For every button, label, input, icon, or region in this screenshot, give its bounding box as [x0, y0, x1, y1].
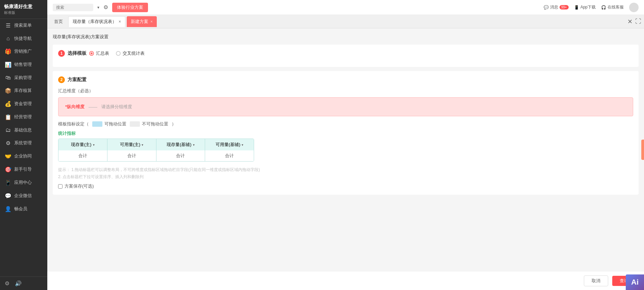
col-header-3[interactable]: 可用量(基辅) ▾	[205, 139, 254, 150]
not-draggable-legend: 不可拖动位置	[130, 121, 168, 127]
col-body-3: 合计	[205, 150, 254, 161]
ai-badge[interactable]: Ai	[626, 274, 644, 290]
sidebar-item-label: 搜索菜单	[14, 22, 32, 28]
col-header-0[interactable]: 现存量(主) ▾	[58, 139, 107, 150]
user-avatar[interactable]	[629, 3, 639, 12]
radio-summary[interactable]: 汇总表	[89, 50, 109, 56]
app-download-item[interactable]: 📱 App下载	[574, 4, 596, 10]
save-checkbox[interactable]	[58, 184, 63, 189]
stats-table-body: 合计 合计 合计 合计	[58, 150, 254, 161]
sidebar-item-sales[interactable]: 📊 销售管理	[0, 58, 47, 71]
dimension-separator: ——	[89, 104, 97, 110]
metric-settings-label: 模板指标设定（	[58, 121, 89, 127]
col-label-0: 现存量(主)	[71, 142, 92, 148]
tab-new-plan[interactable]: 新建方案 ×	[127, 16, 157, 27]
phone-icon: 📱	[5, 179, 11, 186]
template-options: 汇总表 交叉统计表	[89, 50, 145, 56]
sidebar-item-newbie[interactable]: 🎯 新手引导	[0, 163, 47, 176]
tab-close-all-icon[interactable]: ✕	[627, 18, 633, 25]
sidebar-footer: ⚙ 🔊	[0, 276, 47, 290]
draggable-label: 可拖动位置	[104, 121, 126, 127]
sidebar-item-finance[interactable]: 💰 资金管理	[0, 97, 47, 111]
sidebar-item-label: 库存核算	[14, 88, 32, 94]
sidebar: 畅康通好生意 标准版 ☰ 搜索菜单 ⌂ 快捷导航 🎁 营销推广 📊 销售管理 🛍…	[0, 0, 47, 290]
sidebar-scroll: ☰ 搜索菜单 ⌂ 快捷导航 🎁 营销推广 📊 销售管理 🛍 采购管理 📦 库存核…	[0, 19, 47, 276]
draggable-legend: 可拖动位置	[92, 121, 126, 127]
step2-section: 2 方案配置 汇总维度（必选） *纵向维度 —— 请选择分组维度 模板指标设定（…	[53, 71, 639, 195]
tab-inventory-status[interactable]: 现存量（库存状况表） ×	[68, 16, 125, 27]
metric-settings-suffix: ）	[172, 121, 176, 127]
online-service-label: 在线客服	[608, 4, 624, 10]
message-icon: 💬	[544, 5, 549, 10]
industry-plan-button[interactable]: 体验行业方案	[112, 3, 148, 12]
step2-title: 方案配置	[68, 77, 86, 83]
sidebar-item-operations[interactable]: 📋 经营管理	[0, 111, 47, 124]
folder-icon: 🗂	[5, 127, 11, 133]
page-title: 现存量(库存状况表)方案设置	[53, 34, 639, 40]
dropdown-arrow[interactable]: ▾	[97, 5, 99, 10]
stats-table-header: 现存量(主) ▾ 可用量(主) ▾ 现存量(基辅) ▾ 可用量(基辅)	[58, 139, 254, 150]
chart-icon: 📊	[5, 62, 11, 68]
col-sub-2: 合计	[176, 153, 185, 159]
tab-home[interactable]: 首页	[50, 16, 67, 27]
sidebar-item-app-center[interactable]: 📱 应用中心	[0, 176, 47, 189]
not-draggable-label: 不可拖动位置	[142, 121, 168, 127]
cancel-button[interactable]: 取消	[584, 275, 608, 286]
tips-section: 提示： 1.拖动标题栏可以调整布局，不可跨维度或指标区域拖动栏目字段(只能在同一…	[58, 167, 633, 180]
sidebar-item-label: 企业协同	[14, 153, 32, 159]
settings-icon[interactable]: ⚙	[5, 280, 9, 287]
sidebar-item-wechat[interactable]: 💬 企业微信	[0, 189, 47, 202]
tab-new-plan-label: 新建方案	[131, 19, 148, 25]
radio-cross-label: 交叉统计表	[123, 50, 145, 56]
col-sub-1: 合计	[127, 153, 136, 159]
step2-header: 2 方案配置	[58, 76, 633, 83]
step1-header: 1 选择模板 汇总表 交叉统计表	[58, 50, 633, 57]
tab-expand-icon[interactable]: ⛶	[635, 18, 641, 25]
online-service-item[interactable]: 🎧 在线客服	[601, 4, 624, 10]
col-label-2: 现存量(基辅)	[167, 142, 192, 148]
sidebar-item-enterprise[interactable]: 🤝 企业协同	[0, 150, 47, 163]
col-label-3: 可用量(基辅)	[216, 142, 241, 148]
handshake-icon: 🤝	[5, 153, 11, 160]
col-chevron-3: ▾	[242, 143, 243, 147]
col-header-1[interactable]: 可用量(主) ▾	[107, 139, 156, 150]
sidebar-item-search-menu[interactable]: ☰ 搜索菜单	[0, 19, 47, 32]
step1-title: 选择模板	[68, 50, 86, 56]
metric-settings-row: 模板指标设定（ 可拖动位置 不可拖动位置 ）	[58, 121, 633, 127]
sidebar-item-quick-nav[interactable]: ⌂ 快捷导航	[0, 32, 47, 45]
col-chevron-0: ▾	[93, 143, 95, 147]
tab-inventory-label: 现存量（库存状况表）	[73, 19, 117, 25]
radio-dot-cross	[116, 51, 121, 56]
sidebar-item-label: 应用中心	[14, 179, 32, 186]
sidebar-item-label: 快捷导航	[14, 35, 32, 42]
search-input[interactable]	[53, 4, 93, 11]
dimension-required-label: *纵向维度	[65, 104, 84, 110]
stats-label: 统计指标	[58, 130, 633, 137]
sidebar-item-inventory[interactable]: 📦 库存核算	[0, 84, 47, 97]
right-handle[interactable]	[641, 140, 644, 160]
sidebar-item-label: 经营管理	[14, 114, 32, 120]
sidebar-item-basic-info[interactable]: 🗂 基础信息	[0, 124, 47, 137]
sidebar-item-purchase[interactable]: 🛍 采购管理	[0, 71, 47, 84]
audio-icon[interactable]: 🔊	[15, 280, 22, 287]
col-label-1: 可用量(主)	[120, 142, 141, 148]
sidebar-item-marketing[interactable]: 🎁 营销推广	[0, 45, 47, 58]
sidebar-item-system[interactable]: ⚙ 系统管理	[0, 137, 47, 150]
tip-1: 提示： 1.拖动标题栏可以调整布局，不可跨维度或指标区域拖动栏目字段(只能在同一…	[58, 167, 633, 173]
sidebar-item-member[interactable]: 👤 畅会员	[0, 202, 47, 216]
dimension-box[interactable]: *纵向维度 —— 请选择分组维度	[58, 97, 633, 116]
tab-close-inventory[interactable]: ×	[119, 19, 121, 24]
gift-icon: 🎁	[5, 48, 11, 55]
main-content: ▾ ⚙ 体验行业方案 💬 消息 99+ 📱 App下载 🎧 在线客服 首页	[47, 0, 644, 290]
topbar-gear-icon[interactable]: ⚙	[103, 4, 108, 10]
sidebar-item-label: 销售管理	[14, 62, 32, 68]
sidebar-item-label: 系统管理	[14, 140, 32, 146]
search-menu-icon: ☰	[5, 22, 11, 29]
col-header-2[interactable]: 现存量(基辅) ▾	[156, 139, 205, 150]
app-logo: 畅康通好生意 标准版	[0, 0, 47, 19]
messages-item[interactable]: 💬 消息 99+	[544, 4, 569, 10]
radio-cross[interactable]: 交叉统计表	[116, 50, 145, 56]
messages-badge: 99+	[560, 5, 569, 9]
tab-close-new-plan[interactable]: ×	[150, 19, 153, 24]
chat-icon: 💬	[5, 193, 11, 199]
